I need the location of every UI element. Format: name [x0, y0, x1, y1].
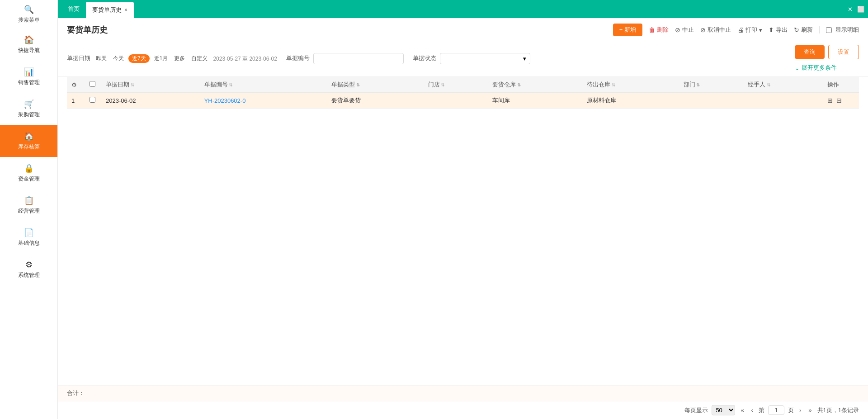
show-detail-label: 显示明细	[835, 26, 859, 34]
finance-icon: 🔒	[24, 163, 34, 173]
edit-icon[interactable]: ⊞	[827, 97, 833, 104]
cancel-stop-label: 取消中止	[708, 26, 731, 34]
cell-num: 1	[67, 93, 85, 109]
more-icon[interactable]: ⊟	[836, 97, 842, 104]
sales-icon: 📊	[24, 67, 34, 77]
tab-requisition-history[interactable]: 要货单历史 ×	[86, 2, 134, 18]
col-checkbox[interactable]	[85, 77, 101, 93]
shortcut-yesterday[interactable]: 昨天	[94, 54, 108, 63]
sidebar-label-finance: 资金管理	[18, 175, 40, 183]
status-label: 单据状态	[413, 54, 436, 62]
print-button[interactable]: 🖨 打印 ▾	[737, 26, 762, 34]
last-page-button[interactable]: »	[807, 406, 813, 414]
sidebar-item-purchase[interactable]: 🛒 采购管理	[0, 93, 57, 125]
cancel-stop-button[interactable]: ⊘ 取消中止	[700, 26, 731, 34]
next-page-button[interactable]: ›	[797, 406, 803, 414]
shortcut-more[interactable]: 更多	[172, 54, 187, 63]
refresh-button[interactable]: ↻ 刷新	[794, 26, 813, 34]
sidebar-item-basic-info[interactable]: 📄 基础信息	[0, 221, 57, 253]
print-label: 打印	[745, 26, 757, 34]
status-select-wrapper: ▾	[440, 53, 530, 64]
sidebar-item-quick-nav[interactable]: 🏠 快捷导航	[0, 29, 57, 61]
cell-order-no[interactable]: YH-20230602-0	[200, 93, 327, 109]
shortcut-1month[interactable]: 近1月	[152, 54, 170, 63]
col-req-warehouse[interactable]: 要货仓库	[488, 77, 582, 93]
sidebar-item-system[interactable]: ⚙ 系统管理	[0, 253, 57, 286]
cancel-stop-icon: ⊘	[700, 26, 706, 33]
filter-row-1: 单据日期 昨天 今天 近7天 近1月 更多 自定义 2023-05-27 至 2…	[67, 45, 859, 72]
order-num-label: 单据编号	[286, 54, 310, 62]
row-checkbox[interactable]	[90, 97, 95, 103]
page-size-select[interactable]: 50 10 20 100	[712, 405, 735, 415]
show-detail-checkbox[interactable]	[826, 27, 832, 33]
order-num-input[interactable]	[313, 53, 404, 64]
sidebar-item-sales[interactable]: 📊 销售管理	[0, 61, 57, 93]
search-icon: 🔍	[24, 5, 34, 14]
delete-button[interactable]: 🗑 删除	[649, 26, 669, 34]
order-no-link[interactable]: YH-20230602-0	[204, 97, 246, 104]
sidebar-search-label: 搜索菜单	[18, 16, 40, 24]
cell-operation: ⊞ ⊟	[823, 93, 859, 109]
window-close-icon[interactable]: ✕	[848, 6, 853, 13]
col-handler[interactable]: 经手人	[743, 77, 823, 93]
select-all-checkbox[interactable]	[90, 81, 95, 87]
col-store[interactable]: 门店	[424, 77, 488, 93]
sidebar-label-basic-info: 基础信息	[18, 239, 40, 247]
toolbar: + 新增 🗑 删除 ⊘ 中止 ⊘ 取消中止 🖨 打印 ▾	[613, 24, 859, 36]
table-row: 1 2023-06-02 YH-20230602-0 要货单要货 车间库 原材料…	[67, 93, 859, 109]
first-page-button[interactable]: «	[739, 406, 745, 414]
sidebar-item-finance[interactable]: 🔒 资金管理	[0, 157, 57, 189]
sidebar-label-inventory: 库存核算	[18, 143, 40, 151]
prev-page-button[interactable]: ‹	[750, 406, 755, 414]
page-header: 要货单历史 + 新增 🗑 删除 ⊘ 中止 ⊘ 取消中止 🖨	[58, 18, 868, 40]
new-label: + 新增	[619, 26, 636, 34]
refresh-icon: ↻	[794, 26, 799, 33]
col-operation: 操作	[823, 77, 859, 93]
tab-close-icon[interactable]: ×	[124, 7, 127, 13]
purchase-icon: 🛒	[24, 99, 34, 109]
filter-status-group: 单据状态 ▾	[413, 53, 530, 64]
cell-checkbox[interactable]	[85, 93, 101, 109]
filter-area: 单据日期 昨天 今天 近7天 近1月 更多 自定义 2023-05-27 至 2…	[58, 40, 868, 77]
cell-order-type: 要货单要货	[327, 93, 424, 109]
export-label: 导出	[776, 26, 788, 34]
export-button[interactable]: ⬆ 导出	[769, 26, 788, 34]
col-settings[interactable]: ⚙	[67, 77, 85, 93]
content-area: 要货单历史 + 新增 🗑 删除 ⊘ 中止 ⊘ 取消中止 🖨	[58, 18, 868, 419]
col-order-type[interactable]: 单据类型	[327, 77, 424, 93]
show-detail-button[interactable]: 显示明细	[826, 26, 859, 34]
print-dropdown-icon[interactable]: ▾	[759, 27, 762, 33]
col-pending-warehouse[interactable]: 待出仓库	[582, 77, 679, 93]
table-area: ⚙ 单据日期 单据编号 单据类型 门店 要货仓库 待出仓库 部门 经手人 操作	[58, 77, 868, 385]
system-icon: ⚙	[25, 260, 33, 270]
query-button[interactable]: 查询	[795, 45, 825, 59]
filter-order-num-group: 单据编号	[286, 53, 404, 64]
operations-icon: 📋	[24, 195, 34, 205]
stop-button[interactable]: ⊘ 中止	[675, 26, 694, 34]
col-department[interactable]: 部门	[679, 77, 744, 93]
status-select[interactable]	[444, 55, 523, 62]
action-buttons: 查询 设置	[795, 45, 859, 59]
tab-bar-right: ✕ ⬜	[848, 6, 864, 13]
shortcut-today[interactable]: 今天	[111, 54, 126, 63]
shortcut-custom[interactable]: 自定义	[189, 54, 209, 63]
sidebar-label-system: 系统管理	[18, 271, 40, 279]
sidebar-label-sales: 销售管理	[18, 79, 40, 86]
page-input[interactable]	[768, 405, 784, 415]
col-date[interactable]: 单据日期	[101, 77, 200, 93]
tab-home[interactable]: 首页	[61, 0, 86, 18]
cell-req-warehouse: 车间库	[488, 93, 582, 109]
expand-icon: ⌄	[795, 65, 800, 71]
col-order-no[interactable]: 单据编号	[200, 77, 327, 93]
sidebar-item-operations[interactable]: 📋 经营管理	[0, 189, 57, 221]
setting-button[interactable]: 设置	[828, 45, 859, 59]
sidebar-label-quick-nav: 快捷导航	[18, 47, 40, 54]
sidebar-search[interactable]: 🔍 搜索菜单	[0, 0, 57, 29]
sidebar-item-inventory[interactable]: 🏠 库存核算	[0, 125, 57, 157]
pagination-bar: 每页显示 50 10 20 100 « ‹ 第 页 › » 共1页，1条记录	[58, 401, 868, 419]
shortcut-7days[interactable]: 近7天	[128, 54, 150, 63]
tab-bar: 首页 要货单历史 × ✕ ⬜	[58, 0, 868, 18]
window-maximize-icon[interactable]: ⬜	[857, 6, 864, 13]
expand-conditions-button[interactable]: ⌄ 展开更多条件	[795, 64, 837, 72]
new-button[interactable]: + 新增	[613, 24, 642, 36]
